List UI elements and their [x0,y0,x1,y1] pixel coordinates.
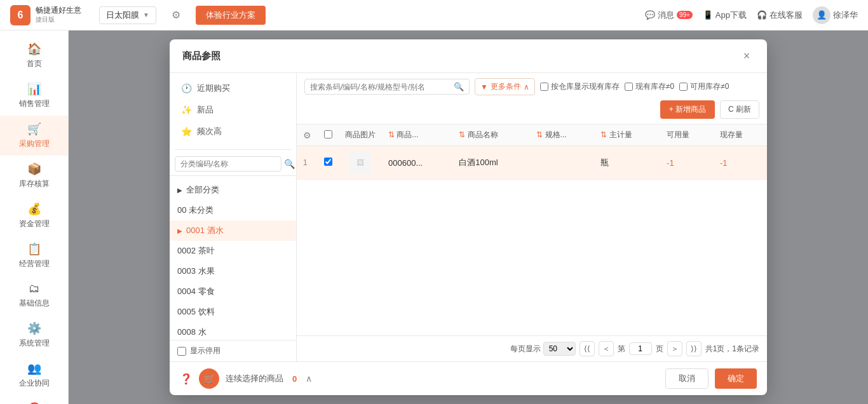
page-number-input[interactable] [629,342,652,355]
category-list: ▶ 全部分类 00 未分类 ▶ 0001 酒水 0002 茶 [170,176,296,340]
th-code[interactable]: ⇅ 商品... [382,125,452,146]
cancel-button[interactable]: 取消 [665,368,709,389]
sort-icon: ⇅ [536,130,543,139]
product-table-area: ⚙ 商品图片 [297,125,767,335]
tab-high-frequency[interactable]: ⭐ 频次高 [175,121,291,142]
sidebar-item-finance[interactable]: 💰 资金管理 [0,196,68,236]
sidebar-label-enterprise: 企业协同 [19,378,50,389]
category-item-all[interactable]: ▶ 全部分类 [170,180,296,200]
table-header-row: ⚙ 商品图片 [297,125,767,146]
right-panel: 🔍 ▼ 更多条件 ∧ 按仓库显示现有库存 [297,73,767,361]
sidebar-item-purchase[interactable]: 🛒 采购管理 [0,116,68,156]
help-icon[interactable]: ❓ [180,373,193,385]
td-unit: 瓶 [594,146,660,180]
sidebar-item-guide[interactable]: 🎯 新手引导 [0,395,68,404]
user-menu[interactable]: 👤 徐泽华 [813,6,858,24]
finance-icon: 💰 [27,202,41,216]
check-available-stock[interactable]: 可用库存≠0 [679,81,729,92]
sidebar-item-enterprise[interactable]: 👥 企业协同 [0,355,68,395]
add-product-button[interactable]: + 新增商品 [660,100,715,119]
sidebar-item-inventory[interactable]: 📦 库存核算 [0,156,68,196]
brand-name: 畅捷通好生意 [36,6,81,16]
tab-recent-purchase[interactable]: 🕐 近期购买 [175,78,291,98]
sidebar: 🏠 首页 📊 销售管理 🛒 采购管理 📦 库存核算 💰 资金管理 📋 经营管理 … [0,30,69,404]
product-search-input[interactable] [310,83,451,91]
nonzero-stock-checkbox[interactable] [625,83,633,91]
purchase-icon: 🛒 [27,122,41,136]
collapse-icon[interactable]: ∧ [306,374,312,384]
online-service-button[interactable]: 🎧 在线客服 [757,10,803,21]
main-layout: 🏠 首页 📊 销售管理 🛒 采购管理 📦 库存核算 💰 资金管理 📋 经营管理 … [0,30,868,404]
td-spec [530,146,594,180]
page-size-select[interactable]: 50 10 20 100 [543,342,576,356]
category-item-0008[interactable]: 0008 水 [170,322,296,340]
available-stock-checkbox[interactable] [679,83,688,91]
td-stock: -1 [714,146,767,180]
app-download-button[interactable]: 📱 App下载 [703,10,747,21]
sidebar-item-business[interactable]: 📋 经营管理 [0,236,68,276]
tab-new-products[interactable]: ✨ 新品 [175,100,291,120]
check-warehouse-stock[interactable]: 按仓库显示现有库存 [540,81,620,92]
first-page-button[interactable]: ⟨⟨ [580,341,595,356]
category-item-0005[interactable]: 0005 饮料 [170,302,296,322]
business-icon: 📋 [27,242,41,256]
sidebar-label-inventory: 库存核算 [19,178,50,189]
td-name: 白酒100ml [452,146,530,180]
column-settings-icon[interactable]: ⚙ [303,130,311,140]
product-thumbnail: 🖼 [349,151,372,174]
refresh-button[interactable]: C 刷新 [720,100,759,119]
th-stock: 现存量 [714,125,767,146]
sidebar-label-system: 系统管理 [19,338,50,349]
category-item-0002[interactable]: 0002 茶叶 [170,241,296,261]
th-unit[interactable]: ⇅ 主计量 [594,125,660,146]
sidebar-label-sales: 销售管理 [19,98,50,109]
select-all-checkbox[interactable] [324,130,332,138]
basic-info-icon: 🗂 [29,282,40,295]
table-row[interactable]: 1 🖼 [297,146,767,180]
sidebar-item-home[interactable]: 🏠 首页 [0,36,68,76]
prev-page-button[interactable]: ＜ [599,341,614,356]
sales-icon: 📊 [27,82,41,96]
sidebar-item-sales[interactable]: 📊 销售管理 [0,76,68,116]
sidebar-item-basic-info[interactable]: 🗂 基础信息 [0,276,68,315]
category-item-00[interactable]: 00 未分类 [170,200,296,220]
close-button[interactable]: × [739,48,754,64]
row-checkbox[interactable] [324,158,332,166]
search-icon[interactable]: 🔍 [284,159,295,169]
cart-icon-button[interactable]: 🛒 [199,368,219,389]
category-item-0001[interactable]: ▶ 0001 酒水 [170,220,296,241]
new-icon: ✨ [181,105,192,115]
more-conditions-button[interactable]: ▼ 更多条件 ∧ [475,78,535,95]
td-available: -1 [660,146,714,180]
category-item-0004[interactable]: 0004 零食 [170,281,296,302]
check-nonzero-stock[interactable]: 现有库存≠0 [625,81,674,92]
category-search-input[interactable] [175,156,281,172]
td-image: 🖼 [339,146,382,180]
th-settings: ⚙ [297,125,318,146]
th-available: 可用量 [660,125,714,146]
search-icon[interactable]: 🔍 [454,82,464,91]
confirm-button[interactable]: 确定 [715,368,757,389]
nav-center: 日太阳膜 ▼ ⚙ 体验行业方案 [86,6,645,25]
last-page-button[interactable]: ⟩⟩ [686,341,702,356]
settings-icon[interactable]: ⚙ [166,6,186,25]
sidebar-item-system[interactable]: ⚙️ 系统管理 [0,315,68,355]
th-spec[interactable]: ⇅ 规格... [530,125,594,146]
star-icon: ⭐ [181,126,192,137]
show-disabled-checkbox[interactable] [177,347,186,356]
home-icon: 🏠 [27,42,41,56]
headset-icon: 🎧 [757,10,767,20]
category-item-0003[interactable]: 0003 水果 [170,261,296,281]
next-page-button[interactable]: ＞ [667,341,682,356]
messages-button[interactable]: 💬 消息 99+ [645,10,693,21]
product-search-box: 🔍 [304,79,470,95]
arrow-icon: ▶ [177,227,182,234]
sidebar-label-finance: 资金管理 [19,219,50,229]
warehouse-stock-checkbox[interactable] [540,83,548,91]
sidebar-label-purchase: 采购管理 [19,138,50,149]
th-name[interactable]: ⇅ 商品名称 [452,125,530,146]
sort-icon: ⇅ [459,130,465,139]
store-selector[interactable]: 日太阳膜 ▼ [99,6,156,24]
phone-icon: 📱 [703,10,713,20]
trial-button[interactable]: 体验行业方案 [196,6,266,25]
